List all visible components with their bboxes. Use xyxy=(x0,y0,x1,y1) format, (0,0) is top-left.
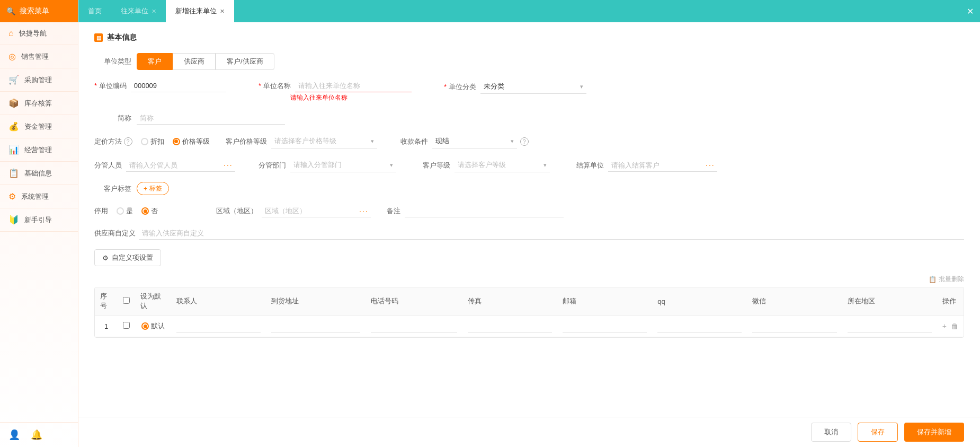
save-button[interactable]: 保存 xyxy=(858,423,898,442)
wechat-input[interactable] xyxy=(752,320,836,332)
discount-radio-label: 折扣 xyxy=(150,137,164,146)
region-input[interactable] xyxy=(262,205,357,217)
unit-name-cell: * 单位名称 请输入往来单位名称 xyxy=(259,80,428,102)
settlement-input[interactable] xyxy=(608,159,703,171)
sidebar-user-icon[interactable]: 👤 xyxy=(8,429,20,441)
sidebar-item-label: 系统管理 xyxy=(21,192,49,201)
custom-settings-button[interactable]: ⚙ 自定义项设置 xyxy=(94,249,161,266)
home-icon: ⌂ xyxy=(8,29,14,38)
add-tag-button[interactable]: + 标签 xyxy=(137,182,169,195)
unit-category-select[interactable]: 未分类 ▾ xyxy=(480,80,586,94)
tab-new-counterparty-close[interactable]: ✕ xyxy=(220,8,225,15)
chevron-down-icon3: ▾ xyxy=(511,138,514,145)
pricing-info-icon[interactable]: ? xyxy=(124,137,132,146)
dept-placeholder: 请输入分管部门 xyxy=(293,160,387,170)
inventory-icon: 📦 xyxy=(8,98,19,108)
unit-category-label: * 单位分类 xyxy=(444,82,480,92)
supplier-custom-row: 供应商自定义 xyxy=(94,227,964,240)
row-checkbox[interactable] xyxy=(123,322,130,329)
sidebar-item-operations[interactable]: 📊 经营管理 xyxy=(0,138,78,162)
custom-settings-label: 自定义项设置 xyxy=(112,253,153,262)
unit-category-cell: * 单位分类 未分类 ▾ xyxy=(444,80,586,94)
sidebar-item-sys-mgmt[interactable]: ⚙ 系统管理 xyxy=(0,185,78,208)
discount-radio-circle xyxy=(141,138,148,145)
sidebar-item-label: 基础信息 xyxy=(24,169,52,178)
region-dots-btn[interactable]: ··· xyxy=(357,207,371,215)
chevron-down-icon2: ▾ xyxy=(371,138,374,145)
sidebar-item-quick-nav[interactable]: ⌂ 快捷导航 xyxy=(0,22,78,45)
chevron-down-icon: ▾ xyxy=(580,83,583,90)
pricing-discount-radio[interactable]: 折扣 xyxy=(141,137,164,146)
contact-input[interactable] xyxy=(176,320,261,332)
customer-tags-label: 客户标签 xyxy=(94,184,137,194)
customer-price-level-placeholder: 请选择客户价格等级 xyxy=(274,136,368,146)
contact-table-wrapper: 序号 设为默认 联系人 到货地址 电话号码 传真 邮箱 qq 微信 所在地区 xyxy=(94,287,964,338)
sidebar-item-label: 资金管理 xyxy=(24,122,52,132)
customer-level-select[interactable]: 请选择客户等级 ▾ xyxy=(455,158,550,172)
col-actions: 操作 xyxy=(937,287,964,315)
tab-new-counterparty[interactable]: 新增往来单位 ✕ xyxy=(166,0,234,22)
tab-counterparty-close[interactable]: ✕ xyxy=(152,8,156,15)
email-input[interactable] xyxy=(563,320,647,332)
sidebar-item-label: 采购管理 xyxy=(24,75,52,85)
sidebar-search[interactable]: 🔍 搜索菜单 xyxy=(0,0,78,22)
select-all-checkbox[interactable] xyxy=(123,297,130,304)
unit-name-input[interactable] xyxy=(295,80,412,92)
col-qq: qq xyxy=(652,287,747,315)
disabled-no-radio[interactable]: 否 xyxy=(141,206,158,216)
payment-info-icon[interactable]: ? xyxy=(520,137,529,146)
pricing-level-radio[interactable]: 价格等级 xyxy=(173,137,210,146)
tabs-close-all[interactable]: ✕ xyxy=(967,6,974,16)
supplier-custom-input[interactable] xyxy=(139,227,964,240)
unit-type-supplier[interactable]: 供应商 xyxy=(173,53,216,70)
col-seq: 序号 xyxy=(95,287,118,315)
default-radio[interactable]: 默认 xyxy=(140,321,166,331)
batch-delete-button[interactable]: 📋 批量删除 xyxy=(929,275,964,284)
add-row-button[interactable]: + xyxy=(942,322,947,330)
manager-dots-btn[interactable]: ··· xyxy=(221,161,235,169)
finance-icon: 💰 xyxy=(8,121,19,132)
unit-code-input[interactable] xyxy=(131,80,226,92)
payment-terms-select[interactable]: 现结 ▾ xyxy=(432,134,517,148)
sidebar-item-finance[interactable]: 💰 资金管理 xyxy=(0,115,78,138)
cell-checkbox xyxy=(118,315,135,337)
address-input[interactable] xyxy=(271,320,360,332)
settlement-dots-btn[interactable]: ··· xyxy=(703,161,717,169)
tab-home[interactable]: 首页 xyxy=(78,0,111,22)
manager-input[interactable] xyxy=(126,159,221,171)
tab-home-label: 首页 xyxy=(88,6,102,16)
dept-select[interactable]: 请输入分管部门 ▾ xyxy=(290,158,396,172)
cancel-button[interactable]: 取消 xyxy=(811,423,851,442)
customer-level-cell: 客户等级 请选择客户等级 ▾ xyxy=(423,158,560,172)
location-input[interactable] xyxy=(848,320,932,332)
short-name-input[interactable] xyxy=(137,112,285,125)
disabled-yes-radio[interactable]: 是 xyxy=(117,206,133,216)
default-radio-circle xyxy=(141,322,149,330)
unit-type-customer[interactable]: 客户 xyxy=(137,53,173,70)
col-fax: 传真 xyxy=(462,287,557,315)
tab-counterparty[interactable]: 往来单位 ✕ xyxy=(111,0,166,22)
sidebar-item-purchase[interactable]: 🛒 采购管理 xyxy=(0,68,78,92)
cell-address xyxy=(266,315,366,337)
customer-price-level-select[interactable]: 请选择客户价格等级 ▾ xyxy=(271,134,377,148)
operations-icon: 📊 xyxy=(8,145,19,155)
sidebar-item-inventory[interactable]: 📦 库存核算 xyxy=(0,92,78,115)
qq-input[interactable] xyxy=(657,320,742,332)
customer-price-level-cell: 客户价格等级 请选择客户价格等级 ▾ xyxy=(226,134,385,148)
phone-input[interactable] xyxy=(371,320,457,332)
sidebar-item-label: 库存核算 xyxy=(24,99,52,108)
sidebar-item-basic-info[interactable]: 📋 基础信息 xyxy=(0,162,78,185)
disabled-radio-group: 是 否 xyxy=(117,206,158,216)
col-checkbox xyxy=(118,287,135,315)
unit-type-both[interactable]: 客户/供应商 xyxy=(216,53,274,70)
save-new-button[interactable]: 保存并新增 xyxy=(904,423,964,442)
remarks-input[interactable] xyxy=(405,205,564,217)
unit-type-row: 单位类型 客户 供应商 客户/供应商 xyxy=(94,53,964,70)
sidebar-item-sales[interactable]: ◎ 销售管理 xyxy=(0,45,78,68)
payment-terms-value: 现结 xyxy=(435,136,507,146)
fax-input[interactable] xyxy=(468,320,552,332)
sidebar-notify-icon[interactable]: 🔔 xyxy=(31,429,42,441)
sidebar-item-new-guide[interactable]: 🔰 新手引导 xyxy=(0,208,78,232)
cell-phone xyxy=(366,315,462,337)
delete-row-button[interactable]: 🗑 xyxy=(951,322,958,330)
